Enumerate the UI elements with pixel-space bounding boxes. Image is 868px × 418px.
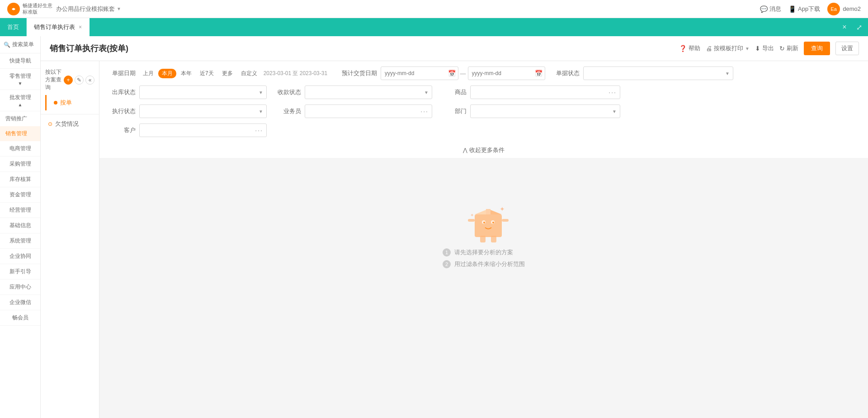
query-btn[interactable]: 查询 (804, 42, 830, 55)
expected-date-end[interactable] (468, 66, 546, 80)
sidebar-item-corp[interactable]: 企业协同 (0, 249, 40, 264)
payment-label: 收款状态 (274, 88, 301, 96)
scheme-edit-btn[interactable]: ✎ (75, 76, 84, 85)
date-tab-custom[interactable]: 自定义 (237, 69, 261, 78)
calendar-start-icon[interactable]: 📅 (448, 70, 456, 77)
date-filter-tabs: 上月 本月 本年 近7天 更多 自定义 2023-03-01 至 2023-03… (139, 69, 327, 78)
sidebar-item-sales[interactable]: 销售管理 (0, 126, 40, 141)
logo-text: 畅捷通好生意 标准版 (23, 3, 52, 14)
message-btn[interactable]: 💬 消息 (760, 5, 781, 13)
svg-point-6 (492, 222, 494, 223)
scheme-sidebar: 按以下方案查询 + ✎ « 按单 ⊙ (41, 61, 99, 418)
scheme-sub-item-shortage[interactable]: ⊙ 欠货情况 (41, 116, 99, 132)
date-range-expected: 📅 — 📅 (381, 66, 545, 80)
date-label: 单据日期 (108, 69, 136, 77)
svg-rect-2 (486, 209, 491, 214)
goods-input[interactable] (470, 86, 620, 99)
date-range-text: 2023-03-01 至 2023-03-31 (264, 70, 327, 77)
date-tab-last-month[interactable]: 上月 (139, 69, 157, 78)
sidebar-item-apps[interactable]: 应用中心 (0, 280, 40, 295)
sidebar-item-inventory[interactable]: 库存核算 (0, 172, 40, 187)
sidebar-search[interactable]: 🔍 搜索菜单 (0, 36, 40, 53)
goods-select-wrapper: ··· (470, 86, 620, 99)
sidebar-item-purchase[interactable]: 采购管理 (0, 157, 40, 172)
filter-row-2: 出库状态 ▼ 收款状态 (108, 86, 859, 99)
scheme-dot (54, 101, 57, 104)
salesperson-input[interactable] (305, 104, 432, 118)
order-status-select[interactable] (583, 66, 733, 80)
page-wrapper: 销售订单执行表(按单) ❓ 帮助 🖨 按模板打印 ▼ ⬇ 导出 (41, 36, 868, 418)
collapse-conditions-btn[interactable]: ⋀ 收起更多条件 (99, 142, 868, 158)
svg-rect-9 (480, 236, 486, 242)
filter-group-order-status: 单据状态 ▼ (552, 66, 733, 80)
execution-select-wrapper: ▼ (139, 104, 267, 118)
user-name: demo2 (843, 5, 861, 12)
user-area[interactable]: Ea demo2 (827, 3, 861, 15)
sidebar-item-system[interactable]: 系统管理 (0, 233, 40, 249)
department-select-wrapper: ▼ (470, 104, 620, 118)
help-btn[interactable]: ❓ 帮助 (679, 44, 700, 52)
execution-label: 执行状态 (108, 107, 136, 115)
workspace-selector[interactable]: 办公用品行业模拟账套 ▼ (56, 5, 121, 13)
filter-group-payment: 收款状态 ▼ (274, 86, 432, 99)
empty-tip-1: 1 请先选择要分析的方案 (443, 248, 525, 256)
sidebar-item-ops[interactable]: 经营管理 (0, 203, 40, 218)
delivery-select[interactable] (139, 86, 267, 99)
sidebar-item-member[interactable]: 畅会员 (0, 310, 40, 326)
header-left: 畅捷通好生意 标准版 办公用品行业模拟账套 ▼ (7, 3, 121, 15)
tab-close-icon[interactable]: × (79, 24, 82, 30)
expected-date-start[interactable] (381, 66, 458, 80)
sidebar-quick-nav[interactable]: 快捷导航 (0, 53, 40, 69)
customer-label: 客户 (108, 126, 136, 134)
scheme-item-by-order[interactable]: 按单 (45, 95, 94, 110)
settings-btn[interactable]: 设置 (835, 42, 859, 55)
svg-rect-10 (491, 236, 496, 242)
filter-group-goods: 商品 ··· (439, 86, 620, 99)
page-header-actions: ❓ 帮助 🖨 按模板打印 ▼ ⬇ 导出 ↻ 刷新 (679, 42, 859, 61)
scheme-add-btn[interactable]: + (64, 76, 73, 85)
tab-bar-actions: × ⤢ (839, 22, 864, 33)
sidebar-item-guide[interactable]: 新手引导 (0, 264, 40, 280)
filter-group-customer: 客户 ··· (108, 124, 267, 137)
export-btn[interactable]: ⬇ 导出 (755, 44, 774, 52)
order-status-label: 单据状态 (552, 69, 580, 77)
department-select[interactable] (470, 104, 620, 118)
customer-input[interactable] (139, 124, 267, 137)
date-tab-this-year[interactable]: 本年 (177, 69, 195, 78)
tab-expand-action[interactable]: ⤢ (854, 22, 864, 33)
svg-text:✦: ✦ (500, 205, 505, 213)
top-header: 畅捷通好生意 标准版 办公用品行业模拟账套 ▼ 💬 消息 📱 App下载 Ea … (0, 0, 868, 18)
tab-current[interactable]: 销售订单执行表 × (27, 18, 90, 36)
filter-row-4: 客户 ··· (108, 124, 859, 137)
header-right: 💬 消息 📱 App下载 Ea demo2 (760, 3, 861, 15)
delivery-select-wrapper: ▼ (139, 86, 267, 99)
svg-rect-8 (502, 219, 509, 222)
sidebar-item-finance[interactable]: 资金管理 (0, 187, 40, 203)
svg-point-5 (483, 222, 485, 223)
sidebar-item-wechat[interactable]: 企业微信 (0, 295, 40, 310)
refresh-btn[interactable]: ↻ 刷新 (779, 44, 798, 52)
date-tab-more[interactable]: 更多 (218, 69, 236, 78)
filter-group-salesperson: 业务员 ··· (274, 104, 432, 118)
tab-close-action[interactable]: × (839, 22, 850, 33)
sidebar-item-ecom[interactable]: 电商管理 (0, 141, 40, 157)
scheme-collapse-btn[interactable]: « (85, 76, 94, 85)
execution-select[interactable] (139, 104, 267, 118)
inner-layout: 按以下方案查询 + ✎ « 按单 ⊙ (41, 61, 868, 418)
date-tab-this-month[interactable]: 本月 (158, 69, 176, 78)
payment-select[interactable] (305, 86, 432, 99)
sidebar-item-wholesale[interactable]: 批发管理 ▲ (0, 90, 40, 111)
date-tab-7days[interactable]: 近7天 (196, 69, 217, 78)
payment-select-wrapper: ▼ (305, 86, 432, 99)
app-download-btn[interactable]: 📱 App下载 (788, 5, 820, 13)
sidebar-item-marketing[interactable]: 营销推广 (0, 111, 40, 126)
tab-home[interactable]: 首页 (0, 18, 27, 36)
sidebar-item-basic[interactable]: 基础信息 (0, 218, 40, 233)
salesperson-label: 业务员 (274, 107, 301, 115)
calendar-end-icon[interactable]: 📅 (535, 70, 542, 77)
print-btn[interactable]: 🖨 按模板打印 ▼ (706, 44, 750, 52)
department-label: 部门 (439, 107, 467, 115)
sidebar-item-retail[interactable]: 零售管理 ▼ (0, 69, 40, 90)
expected-date-label: 预计交货日期 (342, 69, 377, 77)
order-status-select-wrapper: ▼ (583, 66, 733, 80)
